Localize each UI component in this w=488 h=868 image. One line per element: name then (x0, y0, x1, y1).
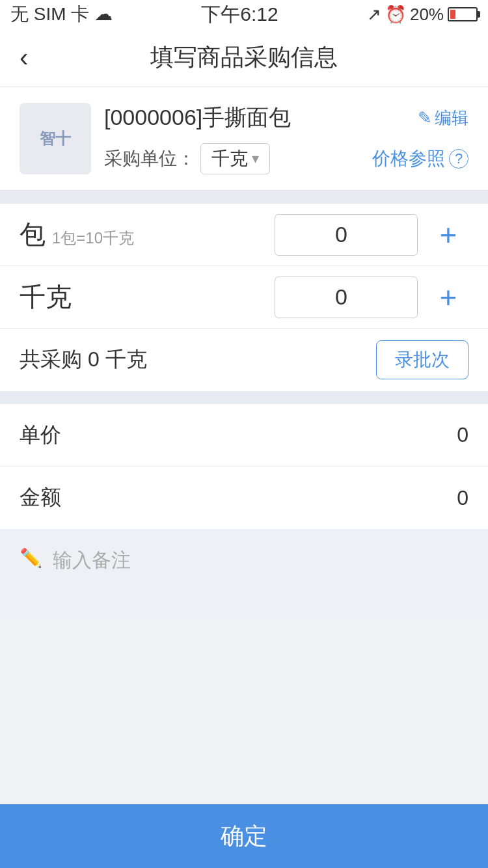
chevron-down-icon: ▾ (252, 150, 259, 167)
batch-button[interactable]: 录批次 (376, 340, 468, 379)
unit-prefix: 采购单位： (104, 146, 195, 171)
bao-quantity-input[interactable] (275, 214, 418, 256)
price-section: 单价 0 金额 0 (0, 404, 488, 529)
section-divider-2 (0, 391, 488, 404)
product-thumbnail: 智十 (20, 103, 91, 174)
kg-control: + (137, 277, 468, 318)
product-info: [0000006]手撕面包 ✎ 编辑 采购单位： 千克 ▾ 价格参照 ? (104, 103, 468, 174)
product-name: [0000006]手撕面包 (104, 103, 291, 133)
kg-input-row: 千克 + (0, 266, 488, 329)
confirm-button[interactable]: 确定 (0, 804, 488, 868)
kg-plus-button[interactable]: + (428, 277, 468, 318)
edit-icon: ✎ (418, 108, 432, 128)
help-icon: ? (449, 149, 468, 169)
no-sim-text: 无 SIM 卡 ☁ (10, 2, 113, 27)
product-unit-row: 采购单位： 千克 ▾ 价格参照 ? (104, 143, 468, 174)
unit-dropdown[interactable]: 千克 ▾ (200, 143, 270, 174)
status-right: ↗ ⏰ 20% (367, 5, 478, 25)
content-background (0, 620, 488, 815)
unit-price-label: 单价 (20, 421, 61, 450)
summary-text: 共采购 0 千克 (20, 346, 147, 374)
bao-unit: 包 (20, 217, 46, 252)
unit-price-row: 单价 0 (0, 404, 488, 467)
edit-button[interactable]: ✎ 编辑 (418, 107, 468, 129)
back-button[interactable]: ‹ (20, 43, 59, 72)
confirm-button-label: 确定 (221, 821, 267, 852)
status-bar: 无 SIM 卡 ☁ 下午6:12 ↗ ⏰ 20% (0, 0, 488, 29)
remark-placeholder: 输入备注 (53, 547, 131, 574)
section-divider-1 (0, 191, 488, 204)
amount-row: 金额 0 (0, 467, 488, 529)
bao-plus-button[interactable]: + (428, 215, 468, 255)
status-left: 无 SIM 卡 ☁ (10, 2, 113, 27)
alarm-icon: ⏰ (385, 5, 406, 25)
battery-fill (450, 10, 455, 19)
remark-section[interactable]: ✏️ 输入备注 (0, 529, 488, 620)
page-title: 填写商品采购信息 (150, 42, 338, 74)
summary-row: 共采购 0 千克 录批次 (0, 329, 488, 391)
location-icon: ↗ (367, 5, 381, 25)
kg-quantity-input[interactable] (275, 277, 418, 318)
amount-label: 金额 (20, 483, 61, 512)
product-card: 智十 [0000006]手撕面包 ✎ 编辑 采购单位： 千克 ▾ 价格参照 ? (0, 87, 488, 191)
nav-bar: ‹ 填写商品采购信息 (0, 29, 488, 87)
product-name-row: [0000006]手撕面包 ✎ 编辑 (104, 103, 468, 133)
bao-sub: 1包=10千克 (52, 228, 134, 249)
pencil-icon: ✏️ (20, 547, 42, 569)
battery-icon (448, 7, 478, 21)
kg-unit: 千克 (20, 279, 72, 315)
amount-value: 0 (457, 486, 468, 510)
price-ref-button[interactable]: 价格参照 ? (372, 146, 468, 171)
input-section: 包 1包=10千克 + 千克 + (0, 204, 488, 329)
bao-label: 包 1包=10千克 (20, 217, 137, 252)
kg-label: 千克 (20, 279, 137, 315)
bao-input-row: 包 1包=10千克 + (0, 204, 488, 266)
status-time: 下午6:12 (201, 1, 278, 28)
battery-percent: 20% (410, 5, 444, 25)
unit-price-value: 0 (457, 423, 468, 447)
bao-control: + (137, 214, 468, 256)
